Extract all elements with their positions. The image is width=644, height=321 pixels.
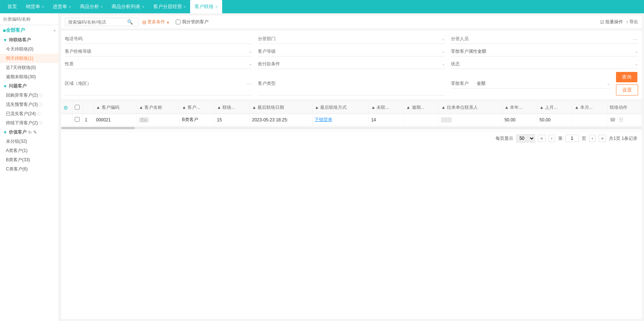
- filter-scatter-attr-label: 零散客户属性: [451, 48, 477, 55]
- nav-close-purchase-order[interactable]: ×: [69, 4, 71, 9]
- sidebar-item-tomorrow-pending[interactable]: 明天待联络(1): [0, 54, 59, 63]
- sidebar-all-customers[interactable]: ■ 全部客户 «: [0, 25, 59, 35]
- filter-payment: 收付款条件 ⌄: [258, 59, 445, 69]
- row-contact-count: 15: [214, 114, 249, 126]
- filter-search-input[interactable]: [68, 20, 127, 25]
- page-unit: 页: [582, 135, 586, 142]
- nav-customer-contact[interactable]: 客户联络 ×: [190, 0, 222, 13]
- per-page-select[interactable]: 50 100 200: [516, 134, 535, 142]
- person-dots-icon: ···: [633, 36, 638, 42]
- settings-icon[interactable]: ⚙: [63, 105, 68, 111]
- sidebar-item-repurchase-abnormal[interactable]: 回购异常客户(2) ⓘ: [0, 91, 59, 100]
- first-page-btn[interactable]: «: [538, 135, 546, 142]
- last-page-btn[interactable]: »: [599, 135, 606, 142]
- col-checkbox[interactable]: [72, 101, 83, 114]
- filter-region-value[interactable]: ···: [91, 81, 252, 87]
- nav-product-analysis-list[interactable]: 商品分析列表 ×: [107, 0, 148, 13]
- col-settings[interactable]: ⚙: [61, 101, 72, 114]
- sidebar-collapse-icon[interactable]: «: [53, 28, 56, 32]
- col-contact-person[interactable]: ▲ 往来单位联系人: [439, 101, 502, 114]
- filter-customer-type: 客户类型: [258, 72, 445, 96]
- sidebar-item-unclassified[interactable]: 未分组(32): [0, 137, 59, 146]
- nav-close-product-analysis-list[interactable]: ×: [142, 4, 144, 9]
- sidebar-item-today-pending[interactable]: 今天待联络(0): [0, 45, 59, 54]
- col-overdue[interactable]: ▲ 逾期...: [404, 101, 439, 114]
- filter-scatter-attr: 零散客户属性 全部 ⌄: [451, 47, 638, 56]
- col-last-contact-method[interactable]: ▲ 最后联络方式: [312, 101, 368, 114]
- filter-price-level: 客户价格等级 ⌄: [65, 47, 252, 56]
- value-edit-icon[interactable]: ✎: [33, 130, 37, 135]
- data-table-container: ⚙ ▲ 客户编码 ▲ 客户名称: [61, 101, 642, 319]
- sidebar-search-input[interactable]: [3, 17, 58, 22]
- nav-customer-layering[interactable]: 客户分层经营 ×: [149, 0, 190, 13]
- col-last-month[interactable]: ▲ 上月...: [537, 101, 572, 114]
- col-customer-code[interactable]: ▲ 客户编码: [94, 101, 137, 114]
- sidebar-item-declining[interactable]: 持续下滑客户(2) ⓘ: [0, 118, 59, 128]
- filter-nature-value[interactable]: ⌄: [91, 62, 252, 66]
- scrollbar-thumb[interactable]: [61, 127, 135, 129]
- region-dots-icon: ···: [246, 81, 252, 87]
- nature-dropdown-icon: ⌄: [249, 62, 252, 66]
- action-grid-icon[interactable]: ☷: [619, 117, 623, 122]
- nav-sales-order[interactable]: 销货单 ×: [21, 0, 48, 13]
- nav-close-product-analysis[interactable]: ×: [101, 4, 103, 9]
- row-last-contact-date: 2023-05-23 18:25:: [249, 114, 312, 126]
- sidebar-item-b-class[interactable]: B类客户(33): [0, 155, 59, 165]
- action-phone-icon[interactable]: ☎: [610, 117, 616, 122]
- nav-close-customer-contact[interactable]: ×: [215, 4, 217, 9]
- nav-close-customer-layering[interactable]: ×: [183, 4, 186, 9]
- prev-page-btn[interactable]: ‹: [549, 135, 555, 142]
- col-not-contacted[interactable]: ▲ 未联...: [369, 101, 404, 114]
- col-customer-type[interactable]: ▲ 客户...: [179, 101, 214, 114]
- select-all-checkbox[interactable]: [75, 105, 80, 110]
- filter-person-value[interactable]: ···: [477, 36, 638, 42]
- filter-payment-value[interactable]: ⌄: [284, 62, 445, 66]
- row-last-contact-method[interactable]: 下销货单: [312, 114, 368, 126]
- sidebar-item-churn-warning[interactable]: 流失预警客户(3) ⓘ: [0, 100, 59, 109]
- my-customers-check[interactable]: [176, 20, 181, 24]
- filter-status-value[interactable]: ⌄: [477, 62, 638, 66]
- more-conditions-btn[interactable]: ▤ 更多条件 ▲: [142, 19, 170, 25]
- row-action-col: ☎ ☷: [607, 114, 641, 126]
- col-contact-count[interactable]: ▲ 联络...: [214, 101, 249, 114]
- sidebar-item-churned[interactable]: 已流失客户(24) ⓘ: [0, 109, 59, 118]
- filter-scatter-customer: 零散客户 全部 ⌄: [451, 79, 610, 89]
- nav-home[interactable]: 首页: [3, 0, 21, 13]
- filter-search-icon[interactable]: 🔍: [127, 19, 133, 25]
- row-contact-person: [439, 114, 502, 126]
- sidebar-item-7days-pending[interactable]: 近7天待联络(0): [0, 63, 59, 72]
- col-this-month[interactable]: ▲ 本月...: [572, 101, 607, 114]
- filter-scatter-customer-value[interactable]: 全部 ⌄: [477, 80, 610, 87]
- row-checkbox-col[interactable]: [72, 114, 83, 126]
- nav-product-analysis[interactable]: 商品分析 ×: [76, 0, 107, 13]
- last-contact-link[interactable]: 下销货单: [315, 117, 332, 122]
- col-customer-name-label: ▲ 客户名称: [139, 104, 162, 111]
- filter-scatter-attr-value[interactable]: 全部 ⌄: [477, 48, 638, 55]
- col-customer-name[interactable]: ▲ 客户名称: [137, 101, 180, 114]
- col-last-contact-date[interactable]: ▲ 最后联络日期: [249, 101, 312, 114]
- filter-region: 区域（地区） ···: [65, 72, 252, 96]
- sidebar-item-c-class[interactable]: C类客户(6): [0, 165, 59, 174]
- set-button[interactable]: 设置: [616, 84, 638, 96]
- export-btn[interactable]: ↑ 导出: [626, 19, 638, 25]
- value-refresh-icon[interactable]: ↻: [28, 130, 32, 135]
- nav-close-sales-order[interactable]: ×: [42, 4, 44, 9]
- query-button[interactable]: 查询: [616, 72, 637, 82]
- page-input[interactable]: [566, 135, 579, 142]
- help-icon-2: ⓘ: [39, 102, 43, 107]
- my-customers-checkbox[interactable]: 我分管的客户: [176, 19, 209, 25]
- next-page-btn[interactable]: ›: [589, 135, 596, 142]
- col-this-year[interactable]: ▲ 本年...: [502, 101, 537, 114]
- filter-customer-level-value[interactable]: ⌄: [284, 49, 445, 54]
- status-dropdown-icon: ⌄: [635, 62, 638, 66]
- row-checkbox[interactable]: [75, 117, 80, 122]
- sidebar-group-pending: ▼ 待联络客户: [0, 35, 59, 45]
- filter-dept-label: 分管部门: [258, 36, 284, 42]
- filter-price-level-value[interactable]: ⌄: [91, 49, 252, 54]
- sidebar-item-overdue-pending[interactable]: 逾期未联络(30): [0, 72, 59, 82]
- filter-dept-value[interactable]: ⌄: [284, 37, 445, 41]
- nav-purchase-order[interactable]: 进货单 ×: [48, 0, 75, 13]
- horizontal-scrollbar[interactable]: [61, 127, 642, 130]
- batch-action-btn[interactable]: ☑ 批量操作: [600, 19, 623, 25]
- sidebar-item-a-class[interactable]: A类客户(1): [0, 146, 59, 155]
